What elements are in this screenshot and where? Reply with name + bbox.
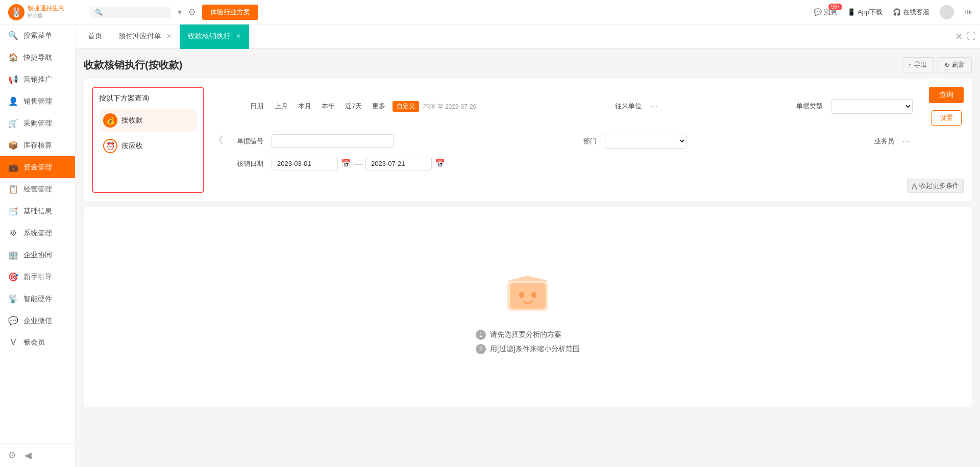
date-btn-last-month[interactable]: 上月 — [272, 101, 291, 112]
gear-icon[interactable]: ⚙ — [188, 7, 196, 18]
tab-home[interactable]: 首页 — [80, 24, 110, 49]
app-edition: 标准版 — [28, 12, 64, 19]
sidebar-label-search-menu: 搜索菜单 — [23, 31, 52, 40]
calendar-end-icon[interactable]: 📅 — [435, 159, 445, 168]
date-sub: 不限 至 2023-07-26 — [423, 103, 476, 111]
date-separator: — — [354, 159, 362, 168]
sidebar-item-search-menu[interactable]: 🔍 搜索菜单 — [0, 24, 75, 46]
sidebar-label-basic-info: 基础信息 — [23, 207, 52, 216]
sidebar-label-quick-nav: 快捷导航 — [23, 53, 52, 62]
filter-option-receipt-label: 按收款 — [121, 116, 143, 125]
filter-option-by-receipt[interactable]: 💰 按收款 — [99, 109, 197, 132]
date-btn-more[interactable]: 更多 — [369, 101, 388, 112]
date-btn-this-month[interactable]: 本月 — [295, 101, 314, 112]
collapse-sidebar-icon[interactable]: ◀ — [24, 450, 32, 461]
sidebar-label-marketing: 营销推广 — [23, 75, 52, 84]
staff-input[interactable]: ··· — [902, 136, 964, 146]
message-icon-btn[interactable]: 💬 消息 99+ — [814, 8, 837, 17]
collapse-up-icon: ⋀ — [912, 182, 917, 190]
settings-bottom-icon[interactable]: ⚙ — [8, 450, 16, 461]
tab-collection[interactable]: 收款核销执行 ✕ — [180, 24, 249, 49]
bill-type-select[interactable] — [831, 99, 913, 114]
sidebar-item-inventory[interactable]: 📦 库存核算 — [0, 134, 75, 156]
bill-no-input[interactable] — [272, 134, 394, 148]
logo: 🐰 畅捷通好生意 标准版 — [8, 4, 84, 20]
search-icon: 🔍 — [8, 31, 18, 40]
basic-info-icon: 📑 — [8, 206, 18, 216]
avatar — [940, 5, 954, 19]
sidebar-item-purchase[interactable]: 🛒 采购管理 — [0, 112, 75, 134]
sidebar-label-finance: 资金管理 — [23, 163, 52, 172]
sidebar-item-quick-nav[interactable]: 🏠 快捷导航 — [0, 46, 75, 68]
sidebar-item-corp-collab[interactable]: 🏢 企业协同 — [0, 244, 75, 266]
fullscreen-icon[interactable]: ⛶ — [967, 31, 976, 42]
solution-button[interactable]: 体验行业方案 — [202, 5, 258, 20]
bill-type-label: 单据类型 — [792, 102, 823, 111]
sidebar-item-marketing[interactable]: 📢 营销推广 — [0, 68, 75, 90]
tab-prepay[interactable]: 预付冲应付单 ✕ — [110, 24, 180, 49]
app-name: 畅捷通好生意 — [28, 5, 64, 12]
collapse-more-btn[interactable]: ⋀ 收起更多条件 — [907, 179, 964, 193]
empty-text: 1 请先选择要分析的方案 2 用[过滤]条件来缩小分析范围 — [476, 330, 580, 354]
logo-icon: 🐰 — [8, 4, 24, 20]
app-icon: 📱 — [847, 8, 855, 16]
date-btn-this-year[interactable]: 本年 — [318, 101, 338, 112]
query-button[interactable]: 查询 — [929, 87, 964, 103]
export-icon: ↑ — [909, 61, 912, 69]
sidebar-label-system: 系统管理 — [23, 229, 52, 238]
partner-label: 往来单位 — [611, 102, 642, 111]
sidebar-item-guide[interactable]: 🎯 新手引导 — [0, 266, 75, 288]
topbar: 🐰 畅捷通好生意 标准版 🔍 ▾ ⚙ 体验行业方案 💬 消息 99+ 📱 App… — [0, 0, 980, 24]
collapse-more-label: 收起更多条件 — [919, 181, 959, 190]
sidebar-item-smart-hw[interactable]: 📡 智能硬件 — [0, 288, 75, 310]
dropdown-arrow-icon[interactable]: ▾ — [178, 7, 182, 17]
refresh-icon: ↻ — [944, 61, 950, 69]
tab-prepay-close[interactable]: ✕ — [166, 33, 172, 40]
dept-select[interactable] — [605, 134, 687, 149]
refresh-button[interactable]: ↻ 刷新 — [938, 57, 972, 72]
wechat-icon: 💬 — [8, 316, 18, 326]
query-btn-group: 查询 设置 — [929, 87, 964, 126]
sidebar-item-basic-info[interactable]: 📑 基础信息 — [0, 200, 75, 222]
guide-icon: 🎯 — [8, 272, 18, 282]
empty-illustration — [497, 260, 558, 322]
partner-input[interactable]: ··· — [650, 101, 657, 112]
hint-num-2: 2 — [476, 344, 486, 354]
export-label: 导出 — [914, 60, 927, 69]
svg-point-2 — [519, 292, 524, 298]
sidebar-label-operation: 经营管理 — [23, 185, 52, 194]
app-download-btn[interactable]: 📱 App下载 — [847, 8, 883, 17]
search-box[interactable]: 🔍 — [90, 7, 172, 18]
tab-collection-label: 收款核销执行 — [188, 32, 231, 41]
date-btn-7days[interactable]: 近7天 — [342, 101, 365, 112]
tab-home-label: 首页 — [88, 32, 102, 41]
close-all-icon[interactable]: ✕ — [955, 31, 963, 42]
sidebar-item-finance[interactable]: 💼 资金管理 — [0, 156, 75, 178]
sidebar-item-operation[interactable]: 📋 经营管理 — [0, 178, 75, 200]
sidebar-item-sales[interactable]: 👤 销售管理 — [0, 90, 75, 112]
hint-2-label: 用[过滤]条件来缩小分析范围 — [490, 345, 580, 354]
system-icon: ⚙ — [8, 228, 18, 238]
filter-collapse-button[interactable]: 《 — [212, 87, 225, 193]
receipt-icon: 💰 — [103, 113, 117, 128]
sidebar-item-system[interactable]: ⚙ 系统管理 — [0, 222, 75, 244]
filter-sidebar-title: 按以下方案查询 — [99, 94, 197, 103]
message-icon: 💬 — [814, 8, 822, 16]
hint-num-1: 1 — [476, 330, 486, 340]
online-service-btn[interactable]: 🎧 在线客服 — [893, 8, 929, 17]
writeoff-date-end[interactable] — [365, 157, 432, 170]
calendar-start-icon[interactable]: 📅 — [341, 159, 351, 168]
export-button[interactable]: ↑ 导出 — [902, 57, 934, 72]
tabbar: 首页 预付冲应付单 ✕ 收款核销执行 ✕ ✕ ⛶ — [76, 24, 980, 49]
filter-option-by-receivable[interactable]: ⏰ 按应收 — [99, 135, 197, 157]
staff-label: 业务员 — [869, 137, 894, 146]
writeoff-date-start[interactable] — [272, 157, 338, 170]
svg-point-3 — [531, 292, 536, 298]
setting-button[interactable]: 设置 — [931, 110, 962, 126]
sidebar: 🔍 搜索菜单 🏠 快捷导航 📢 营销推广 👤 销售管理 🛒 采购管理 📦 库存核… — [0, 24, 76, 467]
sidebar-item-member[interactable]: V 畅会员 — [0, 332, 75, 353]
tabbar-actions: ✕ ⛶ — [955, 31, 976, 42]
sidebar-item-wechat[interactable]: 💬 企业微信 — [0, 310, 75, 332]
page-header: 收款核销执行(按收款) ↑ 导出 ↻ 刷新 — [84, 57, 972, 72]
tab-collection-close[interactable]: ✕ — [236, 33, 241, 40]
